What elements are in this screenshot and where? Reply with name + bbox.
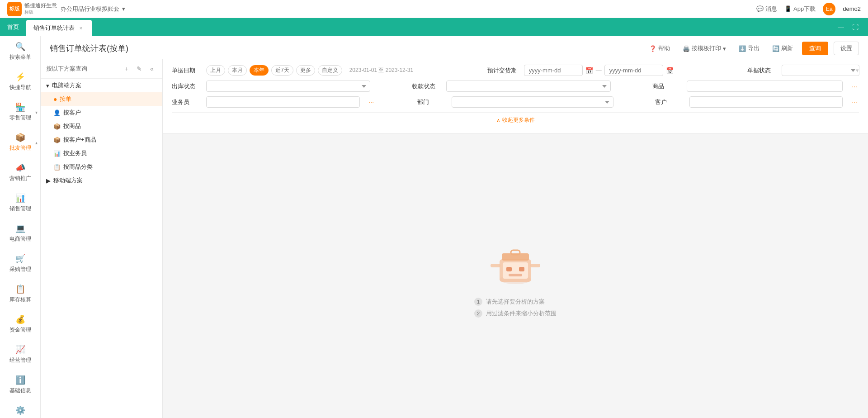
date-last-month-button[interactable]: 上月 (206, 65, 225, 76)
export-button[interactable]: ⬇️ 导出 (735, 43, 763, 54)
sidebar-item-search[interactable]: 🔍 搜索菜单 (0, 36, 40, 66)
export-label: 导出 (748, 44, 760, 52)
left-panel-header: 按以下方案查询 + ✎ « (41, 59, 162, 79)
system-icon: ⚙️ (15, 405, 25, 415)
tree-item-by-category[interactable]: 📋 按商品分类 (41, 160, 162, 174)
payment-status-select[interactable] (446, 81, 610, 92)
tree-parent-mobile[interactable]: ▶ 移动端方案 (41, 174, 162, 187)
sidebar-item-sales[interactable]: 📊 销售管理 (0, 188, 40, 218)
empty-illustration (488, 234, 542, 289)
tree-item-by-goods[interactable]: 📦 按商品 (41, 119, 162, 133)
sidebar-item-wholesale[interactable]: 📦 批发管理 ▴ (0, 127, 40, 157)
app-download-action[interactable]: 📱 App下载 (784, 5, 816, 13)
salesman-more-icon[interactable]: ··· (367, 99, 376, 106)
sidebar-quicknav-label: 快捷导航 (9, 84, 31, 91)
user-name[interactable]: demo2 (843, 5, 861, 12)
print-button[interactable]: 🖨️ 按模板打印 ▾ (679, 43, 730, 54)
query-button[interactable]: 查询 (802, 42, 828, 55)
data-area: 1 请先选择要分析的方案 2 用过滤条件来缩小分析范围 (163, 133, 868, 418)
settings-button[interactable]: 设置 (834, 42, 859, 55)
empty-tip-2: 2 用过滤条件来缩小分析范围 (474, 309, 557, 318)
help-button[interactable]: ❓ 帮助 (646, 43, 674, 54)
search-icon: 🔍 (15, 42, 25, 52)
edit-scheme-button[interactable]: ✎ (134, 64, 144, 74)
tree-mobile-label: 移动端方案 (53, 176, 157, 185)
svg-rect-7 (511, 250, 520, 255)
collapse-more-conditions-button[interactable]: ∧ 收起更多条件 (172, 112, 859, 128)
tree-item-by-salesman[interactable]: 📊 按业务员 (41, 147, 162, 160)
sidebar-item-marketing[interactable]: 📣 营销推广 (0, 157, 40, 188)
sidebar: 🔍 搜索菜单 ⚡ 快捷导航 🏪 零售管理 ▾ 📦 批发管理 ▴ 📣 营销推广 📊… (0, 36, 41, 418)
by-category-label: 按商品分类 (63, 163, 157, 171)
tip-number-2: 2 (474, 309, 482, 318)
avatar[interactable]: Ea (823, 3, 835, 15)
sidebar-operations-label: 经营管理 (9, 356, 31, 364)
date-custom-button[interactable]: 自定义 (318, 65, 342, 76)
delivery-date-end-input[interactable] (604, 65, 663, 76)
message-label: 消息 (765, 5, 777, 13)
tab-maximize-button[interactable]: ⛶ (850, 22, 861, 33)
tab-minimize-button[interactable]: — (835, 22, 846, 33)
wholesale-icon: 📦 (15, 133, 25, 142)
message-action[interactable]: 💬 消息 (756, 5, 777, 13)
tree-expand-icon: ▾ (46, 82, 49, 89)
tree-item-by-cust-goods[interactable]: 📦 按客户+商品 (41, 133, 162, 147)
tree-parent-pc[interactable]: ▾ 电脑端方案 (41, 79, 162, 92)
goods-input[interactable] (687, 81, 843, 92)
calendar-end-icon[interactable]: 📅 (666, 67, 674, 74)
refresh-button[interactable]: 🔄 刷新 (769, 43, 797, 54)
tab-close-icon[interactable]: × (77, 24, 85, 32)
refresh-label: 刷新 (781, 44, 793, 52)
calendar-start-icon[interactable]: 📅 (585, 67, 593, 74)
sidebar-item-finance[interactable]: 💰 资金管理 (0, 309, 40, 339)
sidebar-item-operations[interactable]: 📈 经营管理 (0, 339, 40, 370)
delivery-date-start-input[interactable] (524, 65, 583, 76)
tree-item-by-customer[interactable]: 👤 按客户 (41, 106, 162, 119)
by-cust-goods-label: 按客户+商品 (63, 136, 157, 144)
by-customer-icon: 👤 (53, 109, 61, 116)
logo-letter: 标版 (9, 6, 19, 11)
customer-more-icon[interactable]: ··· (850, 99, 859, 106)
tab-home[interactable]: 首页 (0, 18, 26, 36)
add-scheme-button[interactable]: + (122, 64, 132, 74)
goods-more-icon[interactable]: ··· (850, 83, 859, 90)
date-this-month-button[interactable]: 本月 (228, 65, 247, 76)
collapse-chevron-icon: ∧ (496, 117, 500, 124)
page-title: 销售订单统计表(按单) (50, 43, 128, 54)
doc-status-select[interactable] (782, 65, 859, 76)
sidebar-item-inventory[interactable]: 📋 库存核算 (0, 279, 40, 309)
tab-sales-order[interactable]: 销售订单统计表 × (26, 20, 92, 36)
help-icon: ❓ (649, 45, 656, 52)
date-last-7days-button[interactable]: 近7天 (271, 65, 293, 76)
by-category-icon: 📋 (53, 164, 61, 171)
sidebar-item-retail[interactable]: 🏪 零售管理 ▾ (0, 97, 40, 127)
tree-item-by-order[interactable]: ● 按单 (41, 92, 162, 106)
salesman-label: 业务员 (172, 98, 199, 106)
breadcrumb-area[interactable]: 办公用品行业模拟账套 ▾ (61, 5, 125, 13)
main-content: 🔍 搜索菜单 ⚡ 快捷导航 🏪 零售管理 ▾ 📦 批发管理 ▴ 📣 营销推广 📊… (0, 36, 868, 418)
sidebar-item-purchase[interactable]: 🛒 采购管理 (0, 248, 40, 279)
breadcrumb-text: 办公用品行业模拟账套 (61, 5, 119, 13)
sidebar-search-label: 搜索菜单 (9, 53, 31, 61)
sidebar-purchase-label: 采购管理 (9, 266, 31, 273)
sidebar-item-quicknav[interactable]: ⚡ 快捷导航 (0, 66, 40, 97)
print-label: 按模板打印 (692, 44, 721, 52)
salesman-input[interactable] (206, 96, 360, 108)
sales-icon: 📊 (15, 193, 25, 203)
shipment-status-select[interactable] (206, 81, 370, 92)
date-this-year-button[interactable]: 本年 (250, 65, 269, 76)
collapse-panel-button[interactable]: « (147, 64, 157, 74)
dept-select[interactable] (452, 96, 613, 108)
sidebar-item-system[interactable]: ⚙️ 系统管理 (0, 400, 40, 418)
dept-label: 部门 (417, 98, 444, 106)
sidebar-sales-label: 销售管理 (9, 205, 31, 213)
sidebar-item-basicinfo[interactable]: ℹ️ 基础信息 (0, 370, 40, 400)
customer-label: 客户 (655, 98, 682, 106)
customer-input[interactable] (689, 96, 843, 108)
sidebar-item-ecommerce[interactable]: 💻 电商管理 (0, 218, 40, 248)
sidebar-marketing-label: 营销推广 (9, 175, 31, 182)
filter-row-date: 单据日期 上月 本月 本年 近7天 更多 自定义 2023-01-01 至 20… (172, 65, 859, 76)
sidebar-basicinfo-label: 基础信息 (9, 387, 31, 394)
date-more-button[interactable]: 更多 (296, 65, 315, 76)
retail-icon: 🏪 (15, 102, 25, 112)
